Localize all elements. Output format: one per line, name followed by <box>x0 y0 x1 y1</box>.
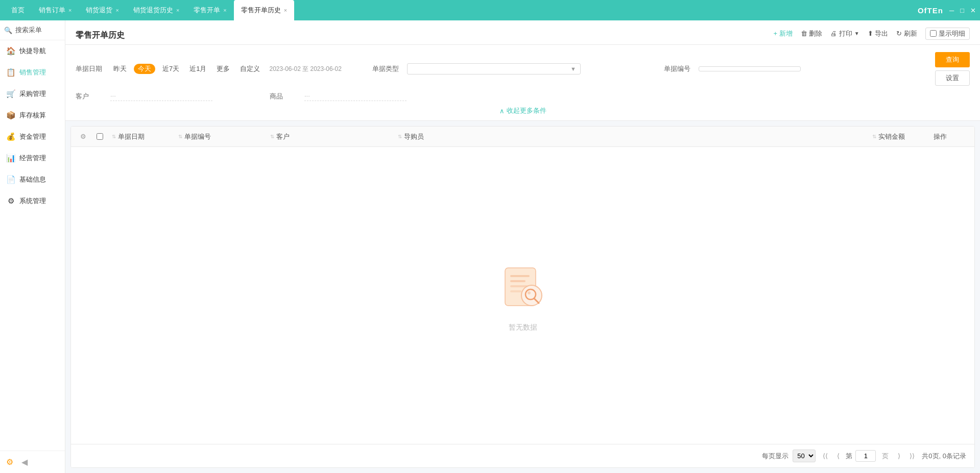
sidebar-item-finance[interactable]: 💰 资金管理 <box>0 126 65 147</box>
sidebar-item-purchase-label: 采购管理 <box>19 89 46 98</box>
col-guide-sort-icon[interactable]: ⇅ <box>398 134 402 139</box>
sidebar-item-inventory-label: 库存核算 <box>19 111 46 120</box>
print-button[interactable]: 🖨 打印 ▼ <box>830 29 859 38</box>
date-opt-today[interactable]: 今天 <box>134 64 155 74</box>
tab-home-label: 首页 <box>11 6 25 15</box>
doc-type-select[interactable]: ▼ <box>407 63 581 74</box>
refresh-label: ↻ 刷新 <box>896 29 917 38</box>
col-num-sort-icon[interactable]: ⇅ <box>178 134 182 139</box>
finance-icon: 💰 <box>6 132 15 141</box>
tab-sales-return-history-label: 销货退货历史 <box>133 6 173 15</box>
page-next-button[interactable]: ⟩ <box>895 451 903 461</box>
action-buttons: 查询 设置 <box>935 52 970 86</box>
sidebar-item-system[interactable]: ⚙ 系统管理 <box>0 190 65 212</box>
table-select-all[interactable] <box>91 133 108 140</box>
sidebar-item-inventory[interactable]: 📦 库存核算 <box>0 105 65 126</box>
sidebar-item-quick-nav[interactable]: 🏠 快捷导航 <box>0 40 65 62</box>
window-minimize-icon[interactable]: ─ <box>949 7 954 14</box>
select-all-checkbox[interactable] <box>97 133 103 140</box>
purchase-icon: 🛒 <box>6 89 15 98</box>
tab-sales-order-label: 销售订单 <box>39 6 65 15</box>
empty-illustration <box>495 259 551 315</box>
svg-rect-1 <box>510 275 530 277</box>
table-area: ⚙ ⇅ 单据日期 ⇅ 单据编号 ⇅ 客户 ⇅ 导购员 <box>70 126 975 468</box>
delete-button[interactable]: 🗑 删除 <box>801 29 823 38</box>
table-settings-icon[interactable]: ⚙ <box>75 133 91 140</box>
empty-text: 暂无数据 <box>509 323 537 332</box>
sidebar-search[interactable]: 🔍 搜索采单 <box>0 20 65 40</box>
page-label: 第 <box>846 452 852 461</box>
page-size-select[interactable]: 50 <box>793 450 816 462</box>
delete-label: 🗑 删除 <box>801 29 823 38</box>
doc-type-chevron-icon: ▼ <box>570 66 576 72</box>
col-date-sort-icon[interactable]: ⇅ <box>112 134 116 139</box>
filter-area: 单据日期 昨天 今天 近7天 近1月 更多 自定义 2023-06-02 至 2… <box>65 45 980 121</box>
table-header: ⚙ ⇅ 单据日期 ⇅ 单据编号 ⇅ 客户 ⇅ 导购员 <box>71 127 974 147</box>
page-unit: 页 <box>879 451 892 462</box>
tab-retail-open-close[interactable]: × <box>223 7 226 13</box>
new-label: + 新增 <box>773 29 792 38</box>
sidebar-search-label: 搜索采单 <box>15 26 42 35</box>
filter-settings-button[interactable]: 设置 <box>935 70 970 86</box>
sidebar-item-finance-label: 资金管理 <box>19 132 46 141</box>
svg-rect-4 <box>510 290 521 292</box>
tab-home[interactable]: 首页 <box>4 0 32 20</box>
page-number-input[interactable] <box>855 450 876 462</box>
collapse-more-btn[interactable]: ∧ 收起更多条件 <box>76 106 970 115</box>
export-button[interactable]: ⬆ 导出 <box>868 29 889 38</box>
col-customer-label: 客户 <box>276 132 290 141</box>
top-nav: 首页 销售订单 × 销货退货 × 销货退货历史 × 零售开单 × 零售开单历史 … <box>0 0 980 20</box>
tab-retail-history-label: 零售开单历史 <box>241 6 281 15</box>
page-nav: ⟨⟨ ⟨ 第 页 ⟩ ⟩⟩ <box>820 450 918 462</box>
customer-input[interactable]: ··· <box>110 92 212 101</box>
tab-retail-history[interactable]: 零售开单历史 × <box>234 0 294 20</box>
display-detail-checkbox[interactable] <box>930 30 937 37</box>
sidebar-item-operations[interactable]: 📊 经营管理 <box>0 147 65 169</box>
sidebar-collapse-icon[interactable]: ◀ <box>21 457 28 467</box>
tab-retail-history-close[interactable]: × <box>284 7 287 13</box>
refresh-button[interactable]: ↻ 刷新 <box>896 29 917 38</box>
svg-point-8 <box>528 291 531 294</box>
query-button[interactable]: 查询 <box>935 52 970 67</box>
page-prev-button[interactable]: ⟨ <box>834 451 843 461</box>
col-guide: ⇅ 导购员 <box>394 132 470 141</box>
page-header: 零售开单历史 + 新增 🗑 删除 🖨 打印 ▼ ⬆ 导出 ↻ 刷新 <box>65 20 980 45</box>
col-amount-sort-icon[interactable]: ⇅ <box>872 134 876 139</box>
date-opt-more[interactable]: 更多 <box>213 63 233 74</box>
tab-sales-order[interactable]: 销售订单 × <box>32 0 79 20</box>
tab-retail-open-label: 零售开单 <box>194 6 220 15</box>
sidebar-item-sales[interactable]: 📋 销售管理 <box>0 62 65 83</box>
tab-sales-return-history-close[interactable]: × <box>176 7 179 13</box>
page-last-button[interactable]: ⟩⟩ <box>906 451 918 461</box>
sidebar-item-base-info[interactable]: 📄 基础信息 <box>0 169 65 190</box>
col-num-label: 单据编号 <box>184 132 211 141</box>
page-first-button[interactable]: ⟨⟨ <box>820 451 831 461</box>
system-icon: ⚙ <box>6 196 15 206</box>
sidebar: 🔍 搜索采单 🏠 快捷导航 📋 销售管理 🛒 采购管理 📦 库存核算 <box>0 20 65 473</box>
tab-retail-open[interactable]: 零售开单 × <box>186 0 233 20</box>
window-maximize-icon[interactable]: □ <box>960 7 964 14</box>
display-detail-toggle[interactable]: 显示明细 <box>925 28 970 40</box>
date-opt-custom[interactable]: 自定义 <box>237 63 263 74</box>
doc-num-input[interactable] <box>699 66 801 71</box>
tab-sales-order-close[interactable]: × <box>68 7 71 13</box>
customer-label: 客户 <box>76 92 106 101</box>
date-range: 2023-06-02 至 2023-06-02 <box>269 65 341 73</box>
date-opt-7days[interactable]: 近7天 <box>159 63 182 74</box>
window-close-icon[interactable]: ✕ <box>970 7 976 14</box>
date-opt-yesterday[interactable]: 昨天 <box>110 63 130 74</box>
sidebar-settings-icon[interactable]: ⚙ <box>6 457 13 467</box>
sidebar-item-operations-label: 经营管理 <box>19 154 46 163</box>
goods-input[interactable]: ··· <box>304 92 407 101</box>
sidebar-item-purchase[interactable]: 🛒 采购管理 <box>0 83 65 105</box>
toolbar: + 新增 🗑 删除 🖨 打印 ▼ ⬆ 导出 ↻ 刷新 显示明细 <box>773 28 970 44</box>
tab-sales-return[interactable]: 销货退货 × <box>79 0 126 20</box>
doc-num-label: 单据编号 <box>664 64 695 73</box>
tab-sales-return-close[interactable]: × <box>115 7 118 13</box>
date-opt-1month[interactable]: 近1月 <box>186 63 209 74</box>
tab-sales-return-history[interactable]: 销货退货历史 × <box>126 0 186 20</box>
sidebar-item-base-info-label: 基础信息 <box>19 175 46 184</box>
col-customer-sort-icon[interactable]: ⇅ <box>270 134 274 139</box>
doc-type-label: 单据类型 <box>372 64 403 73</box>
new-button[interactable]: + 新增 <box>773 29 792 38</box>
